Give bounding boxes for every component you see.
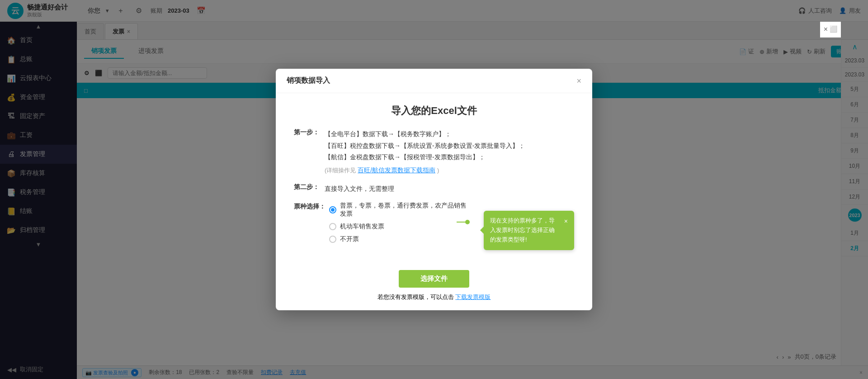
tooltip-close-button[interactable]: × [564,216,568,226]
step1-line1: 【全电平台】数据下载→【税务数字账户】； [325,128,525,140]
step2-label: 第二步： [294,183,321,191]
step1-link-prefix: (详细操作见 [325,167,356,174]
modal-title: 销项数据导入 [287,76,330,85]
modal-close-button[interactable]: × [576,77,581,85]
select-file-button[interactable]: 选择文件 [399,270,469,288]
radio-circle-normal [329,206,336,213]
ticket-label-none: 不开票 [340,235,359,243]
modal-footer: 选择文件 若您没有发票模版，可以点击 下载发票模版 [276,263,592,310]
download-hint-text: 若您没有发票模版，可以点击 [377,294,454,300]
radio-circle-vehicle [329,223,336,230]
radio-dot-normal [331,208,335,212]
step2-content: 直接导入文件，无需整理 [325,183,394,194]
modal-main-title: 导入您的Excel文件 [294,104,574,118]
step1-link-row: (详细操作见 百旺/航信发票数据下载指南 ) [325,165,525,176]
tooltip-bubble: × 现在支持的票种多了，导入发票时别忘了选择正确的发票类型呀! [484,211,574,250]
step2-row: 第二步： 直接导入文件，无需整理 [294,183,574,194]
window-close-icon[interactable]: × [824,25,828,33]
radio-circle-none [329,236,336,243]
tooltip-dot [465,220,470,224]
tooltip-connector [457,220,470,224]
step1-label: 第一步： [294,128,321,137]
modal-body: 导入您的Excel文件 第一步： 【全电平台】数据下载→【税务数字账户】； 【百… [276,93,592,262]
download-template-link[interactable]: 下载发票模版 [455,294,491,300]
download-hint-row: 若您没有发票模版，可以点击 下载发票模版 [377,293,491,301]
step1-content: 【全电平台】数据下载→【税务数字账户】； 【百旺】税控盘数据下载→【系统设置-系… [325,128,525,176]
step1-link-suffix: ) [437,167,439,174]
window-maximize-icon[interactable]: ⬜ [830,25,837,33]
step1-guide-link[interactable]: 百旺/航信发票数据下载指南 [358,166,435,174]
ticket-select-row: 票种选择： 普票，专票，卷票，通行费发票，农产品销售发票 机动车销售发票 [294,202,574,250]
step1-line3: 【航信】金税盘数据下载→【报税管理-发票数据导出】； [325,152,525,163]
ticket-option-vehicle[interactable]: 机动车销售发票 [329,223,467,231]
ticket-radio-group: 普票，专票，卷票，通行费发票，农产品销售发票 机动车销售发票 不开票 [329,202,467,243]
tooltip-container: × 现在支持的票种多了，导入发票时别忘了选择正确的发票类型呀! [470,202,574,250]
ticket-label-normal: 普票，专票，卷票，通行费发票，农产品销售发票 [340,202,467,218]
modal-overlay[interactable]: 销项数据导入 × 导入您的Excel文件 第一步： 【全电平台】数据下载→【税务… [0,0,868,379]
ticket-option-normal[interactable]: 普票，专票，卷票，通行费发票，农产品销售发票 [329,202,467,218]
modal-header: 销项数据导入 × [276,69,592,93]
tooltip-text: 现在支持的票种多了，导入发票时别忘了选择正确的发票类型呀! [490,217,555,243]
import-modal: 销项数据导入 × 导入您的Excel文件 第一步： 【全电平台】数据下载→【税务… [276,69,592,310]
tooltip-line [457,222,466,223]
step1-line2: 【百旺】税控盘数据下载→【系统设置-系统参数设置-发票批量导入】； [325,140,525,152]
step1-row: 第一步： 【全电平台】数据下载→【税务数字账户】； 【百旺】税控盘数据下载→【系… [294,128,574,176]
window-controls: × ⬜ [820,22,841,38]
ticket-label-vehicle: 机动车销售发票 [340,223,384,231]
ticket-option-none[interactable]: 不开票 [329,235,467,243]
ticket-label: 票种选择： [294,202,326,211]
